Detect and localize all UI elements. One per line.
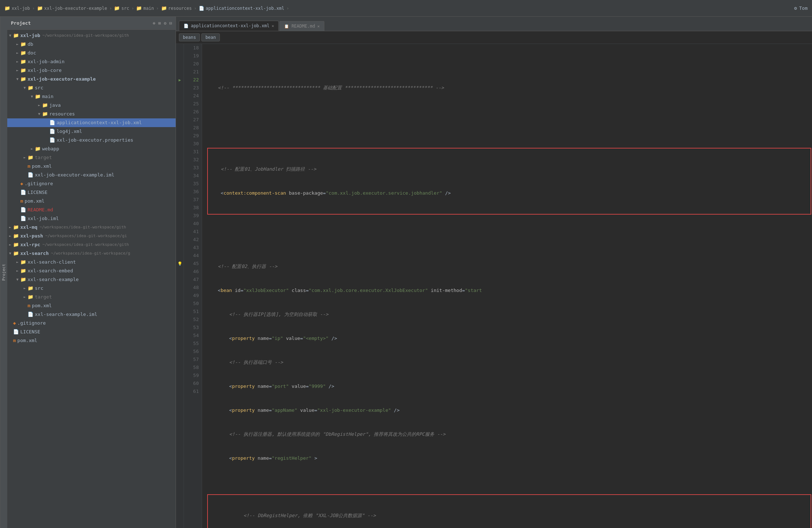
tree-item-search-iml[interactable]: 📄 xxl-search-example.iml	[7, 310, 176, 319]
sp-32	[255, 454, 258, 462]
tree-item-license-1[interactable]: 📄 LICENSE	[7, 188, 176, 197]
tab-readme-md[interactable]: 📋 README.md ✕	[279, 21, 324, 31]
breadcrumb-resources[interactable]: resources	[168, 6, 192, 11]
sp-30	[255, 406, 258, 414]
breadcrumb-main[interactable]: main	[143, 6, 154, 11]
tree-item-appcontext-xml[interactable]: 📄 applicationcontext-xxl-job.xml	[7, 118, 176, 127]
code-line-33: <!-- DbRegistHelper, 依赖 "XXL-JOB公共数据源" -…	[209, 512, 809, 520]
tree-item-target[interactable]: ► 📁 target	[7, 153, 176, 162]
line-num-26: 26	[187, 108, 199, 116]
gutter-43	[176, 244, 184, 252]
nav-tab-bean[interactable]: bean	[201, 33, 220, 41]
tree-item-xxl-job-iml[interactable]: 📄 xxl-job.iml	[7, 214, 176, 223]
nav-tab-beans[interactable]: beans	[179, 33, 200, 41]
gutter-49	[176, 292, 184, 300]
tag-27: property	[232, 334, 255, 342]
attr-25c: init-method	[431, 287, 462, 295]
tree-item-main[interactable]: ▼ 📁 main	[7, 92, 176, 101]
tree-item-doc[interactable]: ► 📁 doc	[7, 49, 176, 57]
tree-item-xxl-search-client[interactable]: ► 📁 xxl-search-client	[7, 258, 176, 267]
gutter-19	[176, 52, 184, 60]
val-27b: "<empty>"	[303, 334, 328, 342]
tab-appcontext-close[interactable]: ✕	[272, 24, 274, 28]
code-line-28: <!-- 执行器端口号 -->	[206, 358, 812, 366]
line-num-49: 49	[187, 292, 199, 300]
tree-item-search-pom[interactable]: m pom.xml	[7, 301, 176, 310]
tree-item-xxl-job-executor[interactable]: ▼ 📁 xxl-job-executor-example	[7, 75, 176, 84]
tree-item-xxl-rpc[interactable]: ► 📁 xxl-rpc ~/workspaces/idea-git-worksp…	[7, 240, 176, 249]
tree-item-executor-props[interactable]: 📄 xxl-job-executor.properties	[7, 136, 176, 145]
tree-item-xxl-search[interactable]: ▼ 📁 xxl-search ~/workspaces/idea-git-wor…	[7, 249, 176, 258]
tab-readme-close[interactable]: ✕	[317, 24, 320, 29]
eq-30b: =	[314, 406, 317, 414]
tree-item-webapp[interactable]: ► 📁 webapp	[7, 145, 176, 153]
breadcrumb-filename[interactable]: applicationcontext-xxl-job.xml	[206, 6, 284, 11]
tree-item-gitignore-1[interactable]: ◆ .gitignore	[7, 179, 176, 188]
vertical-project-tab[interactable]: Project	[0, 17, 7, 528]
gutter-57	[176, 356, 184, 363]
gutter-50	[176, 300, 184, 308]
tree-item-pom-executor[interactable]: m pom.xml	[7, 162, 176, 171]
tree-item-readme[interactable]: 📄 README.md	[7, 206, 176, 214]
run-arrow-icon[interactable]: ▶	[179, 78, 181, 82]
tree-item-xxl-job-admin[interactable]: ► 📁 xxl-job-admin	[7, 57, 176, 66]
tree-item-pom-main[interactable]: m pom.xml	[7, 197, 176, 206]
gutter-53	[176, 324, 184, 332]
breadcrumb-src[interactable]: src	[121, 6, 129, 11]
tree-item-license-2[interactable]: 📄 LICENSE	[7, 328, 176, 336]
tree-item-search-src[interactable]: ► 📁 src	[7, 284, 176, 293]
line-num-46: 46	[187, 268, 199, 276]
gutter-46	[176, 268, 184, 276]
tree-item-src[interactable]: ▼ 📁 src	[7, 84, 176, 92]
sp2-27	[283, 334, 286, 342]
sidebar-gear-icon[interactable]: ⚙	[164, 21, 167, 26]
sidebar: Project ⊕ ⊞ ⚙ ⊟ ▼ 📁 xxl-job ~/workspaces…	[7, 17, 176, 528]
sidebar-expand-icon[interactable]: ⊟	[169, 21, 172, 26]
code-editor[interactable]: ▶	[176, 44, 812, 528]
tree-item-log4j[interactable]: 📄 log4j.xml	[7, 127, 176, 136]
line-num-54: 54	[187, 332, 199, 340]
tree-item-java[interactable]: ► 📁 java	[7, 101, 176, 110]
lightbulb-icon[interactable]: 💡	[177, 261, 183, 266]
code-line-22: <context:component-scan base-package="co…	[209, 189, 809, 197]
attr-27b: value	[286, 334, 300, 342]
line-num-21: 21	[187, 68, 199, 76]
breadcrumb-folder-icon: 📁	[4, 5, 10, 11]
line-num-45: 45	[187, 260, 199, 268]
line-num-20: 20	[187, 60, 199, 68]
breadcrumb-xxl-job[interactable]: xxl-job	[12, 6, 30, 11]
line-numbers: 18 19 20 21 22 23 24 25 26 27 28 29 30 3…	[184, 44, 202, 528]
tree-item-xxl-job[interactable]: ▼ 📁 xxl-job ~/workspaces/idea-git-worksp…	[7, 31, 176, 40]
tree-item-xxl-job-core[interactable]: ► 📁 xxl-job-core	[7, 66, 176, 75]
gutter-37	[176, 196, 184, 204]
tree-item-pom-search[interactable]: m pom.xml	[7, 336, 176, 345]
comment-33: <!-- DbRegistHelper, 依赖 "XXL-JOB公共数据源" -…	[209, 512, 376, 520]
tree-item-search-target[interactable]: ► 📁 target	[7, 293, 176, 301]
val-25c: "start	[465, 287, 482, 295]
tree-item-xxl-mq[interactable]: ► 📁 xxl-mq ~/workspaces/idea-git-workspa…	[7, 223, 176, 232]
tab-appcontext-xml[interactable]: 📄 applicationcontext-xxl-job.xml ✕	[179, 21, 279, 31]
val-25b: "com.xxl.job.core.executor.XxlJobExecuto…	[309, 287, 428, 295]
tree-item-xxl-search-example[interactable]: ▼ 📁 xxl-search-example	[7, 275, 176, 284]
line-num-59: 59	[187, 371, 199, 379]
breadcrumb-executor[interactable]: xxl-job-executor-example	[44, 6, 107, 11]
highlight-box-inner1: <!-- DbRegistHelper, 依赖 "XXL-JOB公共数据源" -…	[207, 494, 811, 528]
code-content[interactable]: <!-- ******************************* 基础配…	[202, 44, 812, 528]
tree-item-gitignore-2[interactable]: ◆ .gitignore	[7, 319, 176, 328]
tree-item-db[interactable]: ► 📁 db	[7, 40, 176, 49]
gutter-18	[176, 44, 184, 52]
main-layout: Project Project ⊕ ⊞ ⚙ ⊟ ▼ 📁 xxl-job ~/wo…	[0, 17, 812, 528]
gutter-45: 💡	[176, 260, 184, 268]
sidebar-sync-icon[interactable]: ⊕	[153, 21, 155, 26]
tree-item-resources[interactable]: ▼ 📁 resources	[7, 110, 176, 118]
sidebar-settings-icon[interactable]: ⊞	[158, 21, 161, 26]
tree-item-xxl-push[interactable]: ► 📁 xxl-push ~/workspaces/idea-git-works…	[7, 232, 176, 240]
tree-item-xxl-search-embed[interactable]: ► 📁 xxl-search-embed	[7, 267, 176, 275]
gutter-48	[176, 284, 184, 292]
line-num-30: 30	[187, 140, 199, 148]
tree-item-iml-executor[interactable]: 📄 xxl-job-executor-example.iml	[7, 171, 176, 179]
eq-25a: =	[241, 287, 243, 295]
line-num-31: 31	[187, 148, 199, 156]
attr-27a: name	[258, 334, 269, 342]
breadcrumb-sep-3: ›	[131, 6, 134, 11]
